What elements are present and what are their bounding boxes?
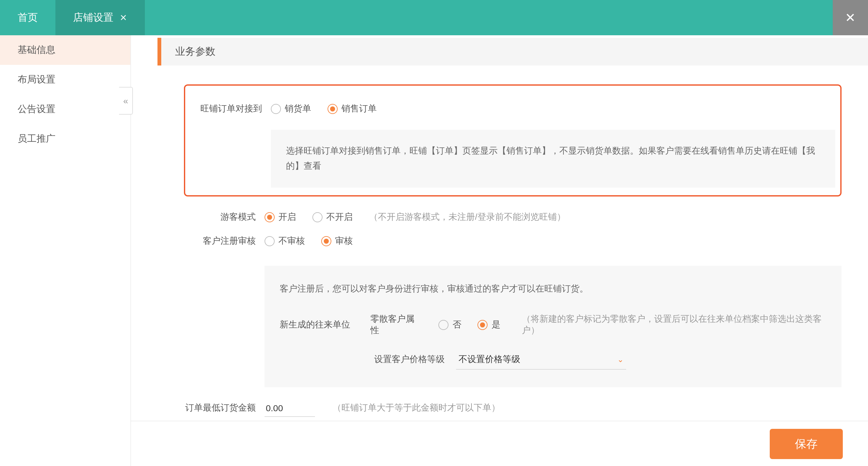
- min-order-input[interactable]: [265, 400, 315, 416]
- radio-dot: [439, 319, 449, 330]
- radio-dot: [265, 212, 275, 222]
- radio-dot: [312, 212, 322, 222]
- order-mapping-info: 选择旺铺订单对接到销售订单，旺铺【订单】页签显示【销售订单】，不显示销货单数据。…: [271, 130, 835, 187]
- tab-store-settings[interactable]: 店铺设置 ✕: [56, 0, 145, 35]
- min-order-label: 订单最低订货金额: [184, 402, 265, 414]
- tab-store-settings-label: 店铺设置: [73, 11, 113, 24]
- radio-retail-yes[interactable]: 是: [478, 319, 500, 330]
- window-close-button[interactable]: ✕: [833, 0, 868, 35]
- sidebar-item-staff-promo[interactable]: 员工推广: [0, 124, 130, 154]
- radio-label: 不审核: [278, 235, 305, 247]
- audit-sub-panel: 客户注册后，您可以对客户身份进行审核，审核通过的客户才可以在旺铺订货。 新生成的…: [265, 266, 841, 387]
- radio-guest-off[interactable]: 不开启: [312, 211, 353, 223]
- retail-hint: （将新建的客户标记为零散客户，设置后可以在往来单位档案中筛选出这类客户）: [522, 313, 827, 336]
- radio-label: 销售订单: [341, 103, 377, 115]
- tab-home-label: 首页: [18, 11, 38, 24]
- radio-dot: [328, 104, 338, 114]
- radio-audit-no[interactable]: 不审核: [265, 235, 305, 247]
- audit-panel-desc: 客户注册后，您可以对客户身份进行审核，审核通过的客户才可以在旺铺订货。: [280, 283, 827, 294]
- price-level-label: 设置客户价格等级: [374, 354, 445, 365]
- radio-label: 是: [492, 319, 500, 330]
- dropdown-value: 不设置价格等级: [459, 353, 520, 365]
- guest-mode-hint: （不开启游客模式，未注册/登录前不能浏览旺铺）: [369, 211, 566, 223]
- radio-order-sales-receipt[interactable]: 销货单: [271, 103, 311, 115]
- top-tab-bar: 首页 店铺设置 ✕ ✕: [0, 0, 868, 35]
- sidebar-item-layout[interactable]: 布局设置: [0, 65, 130, 94]
- radio-label: 销货单: [285, 103, 311, 115]
- section-header-biz: 业务参数: [157, 38, 868, 65]
- radio-dot: [265, 236, 275, 246]
- radio-audit-yes[interactable]: 审核: [321, 235, 353, 247]
- main-panel: 业务参数 旺铺订单对接到 销货单 销售订: [131, 35, 868, 466]
- order-mapping-highlight: 旺铺订单对接到 销货单 销售订单 选择旺铺订单对接到销售订单，旺铺【订单】页签显…: [184, 84, 841, 196]
- retail-attr-label: 零散客户属性: [370, 313, 421, 336]
- radio-label: 否: [453, 319, 461, 330]
- radio-dot: [321, 236, 331, 246]
- radio-label: 审核: [335, 235, 353, 247]
- radio-guest-on[interactable]: 开启: [265, 211, 296, 223]
- radio-label: 不开启: [326, 211, 353, 223]
- radio-order-sales-order[interactable]: 销售订单: [328, 103, 377, 115]
- price-level-dropdown[interactable]: 不设置价格等级 ⌄: [456, 350, 626, 369]
- footer-bar: 保存: [131, 421, 868, 466]
- radio-dot: [478, 319, 488, 330]
- section-title: 业务参数: [175, 45, 215, 58]
- audit-label: 客户注册审核: [184, 235, 265, 247]
- sidebar-item-basic-info[interactable]: 基础信息: [0, 35, 130, 65]
- sidebar-item-notice[interactable]: 公告设置: [0, 94, 130, 124]
- tabbar-spacer: [145, 0, 833, 35]
- section-accent-bar: [157, 38, 161, 65]
- guest-mode-label: 游客模式: [184, 211, 265, 223]
- order-mapping-label: 旺铺订单对接到: [190, 103, 271, 115]
- new-unit-label: 新生成的往来单位: [280, 319, 370, 330]
- save-button[interactable]: 保存: [770, 429, 843, 459]
- min-order-hint: （旺铺订单大于等于此金额时才可以下单）: [333, 402, 500, 414]
- radio-retail-no[interactable]: 否: [439, 319, 461, 330]
- sidebar: 基础信息 布局设置 公告设置 员工推广 «: [0, 35, 131, 466]
- close-icon[interactable]: ✕: [120, 12, 127, 23]
- radio-dot: [271, 104, 281, 114]
- tab-home[interactable]: 首页: [0, 0, 56, 35]
- radio-label: 开启: [278, 211, 296, 223]
- chevron-left-icon: «: [123, 96, 128, 106]
- chevron-down-icon: ⌄: [617, 355, 624, 364]
- scroll-area[interactable]: 业务参数 旺铺订单对接到 销货单 销售订: [131, 35, 868, 421]
